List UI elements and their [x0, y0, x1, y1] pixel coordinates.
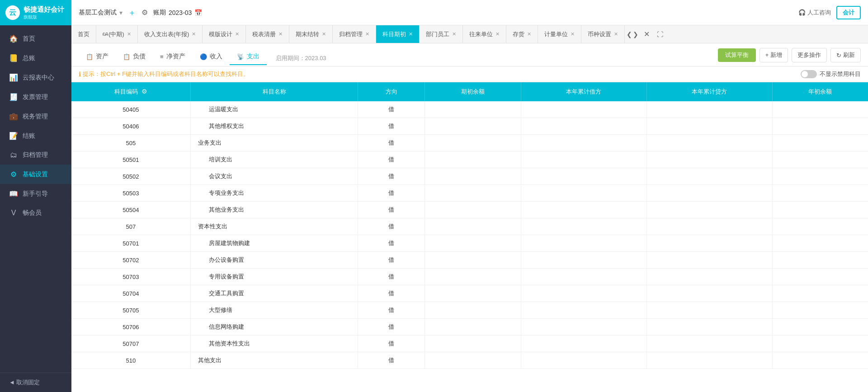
table-row[interactable]: 50406 其他维权支出 借 [71, 118, 868, 135]
cell-year-opening[interactable] [772, 335, 868, 352]
expand-tabs-icon[interactable]: ⛶ [653, 31, 667, 38]
cell-year-opening[interactable] [772, 168, 868, 185]
cell-ytd-debit[interactable] [521, 269, 646, 285]
tab-close-icon[interactable]: ✕ [409, 31, 413, 37]
tab-prev-icon[interactable]: ❮ [627, 31, 632, 38]
table-row[interactable]: 50502 会议支出 借 [71, 168, 868, 185]
table-row[interactable]: 50706 信息网络购建 借 [71, 319, 868, 335]
sidebar-item-ledger[interactable]: 📒 总账 [0, 48, 71, 68]
tab-close-icon[interactable]: ✕ [235, 31, 239, 37]
subtab-asset[interactable]: 📋 资产 [79, 49, 116, 65]
cell-ytd-credit[interactable] [646, 168, 772, 185]
sidebar-item-checkout[interactable]: 📝 结账 [0, 126, 71, 146]
sidebar-item-archive[interactable]: 🗂 归档管理 [0, 146, 71, 165]
tab-home[interactable]: 首页 [71, 25, 96, 43]
tab-close-icon[interactable]: ✕ [365, 31, 369, 37]
table-row[interactable]: 50503 专项业务支出 借 [71, 185, 868, 202]
table-row[interactable]: 507 资本性支出 借 [71, 218, 868, 235]
table-row[interactable]: 505 业务支出 借 [71, 135, 868, 151]
cell-opening[interactable] [425, 101, 521, 118]
cell-ytd-debit[interactable] [521, 352, 646, 369]
tab-archive-mgmt[interactable]: 归档管理 ✕ [333, 25, 376, 43]
company-dropdown-icon[interactable]: ▾ [119, 9, 123, 16]
service-button[interactable]: 🎧 人工咨询 [798, 9, 831, 17]
cell-ytd-debit[interactable] [521, 235, 646, 252]
cell-ytd-debit[interactable] [521, 118, 646, 135]
sidebar-item-guide[interactable]: 📖 新手引导 [0, 184, 71, 203]
tab-template[interactable]: 模版设计 ✕ [203, 25, 246, 43]
table-row[interactable]: 50405 运温暖支出 借 [71, 101, 868, 118]
balance-button[interactable]: 试算平衡 [718, 48, 756, 62]
cell-year-opening[interactable] [772, 218, 868, 235]
col-settings-icon[interactable]: ⚙ [142, 88, 147, 95]
table-row[interactable]: 50501 培训支出 借 [71, 151, 868, 168]
cell-year-opening[interactable] [772, 269, 868, 285]
cell-year-opening[interactable] [772, 202, 868, 218]
cell-opening[interactable] [425, 302, 521, 319]
sidebar-collapse-button[interactable]: ◄ 取消固定 [0, 373, 71, 392]
account-button[interactable]: 会计 [836, 6, 861, 19]
cell-ytd-credit[interactable] [646, 352, 772, 369]
add-company-button[interactable]: ＋ [128, 7, 136, 18]
cell-ytd-credit[interactable] [646, 269, 772, 285]
refresh-button[interactable]: ↻ 刷新 [830, 48, 861, 62]
subtab-income[interactable]: 🔵 收入 [193, 49, 230, 65]
cell-opening[interactable] [425, 319, 521, 335]
calendar-icon[interactable]: 📅 [194, 9, 202, 16]
table-row[interactable]: 50705 大型修缮 借 [71, 302, 868, 319]
cell-year-opening[interactable] [772, 285, 868, 302]
tab-tax-clear[interactable]: 税表清册 ✕ [246, 25, 289, 43]
table-row[interactable]: 50703 专用设备购置 借 [71, 269, 868, 285]
cell-year-opening[interactable] [772, 135, 868, 151]
cell-year-opening[interactable] [772, 352, 868, 369]
cell-opening[interactable] [425, 185, 521, 202]
cell-opening[interactable] [425, 135, 521, 151]
cell-ytd-credit[interactable] [646, 185, 772, 202]
table-row[interactable]: 50707 其他资本性支出 借 [71, 335, 868, 352]
cell-ytd-debit[interactable] [521, 218, 646, 235]
cell-opening[interactable] [425, 252, 521, 269]
tab-close-icon[interactable]: ✕ [614, 31, 618, 37]
table-row[interactable]: 50701 房屋建筑物购建 借 [71, 235, 868, 252]
cell-opening[interactable] [425, 269, 521, 285]
sidebar-item-home[interactable]: 🏠 首页 [0, 29, 71, 48]
tab-partner[interactable]: 往来单位 ✕ [463, 25, 506, 43]
cell-ytd-credit[interactable] [646, 202, 772, 218]
tab-subject-init[interactable]: 科目期初 ✕ [376, 25, 420, 43]
cell-year-opening[interactable] [772, 235, 868, 252]
cell-opening[interactable] [425, 202, 521, 218]
cell-ytd-credit[interactable] [646, 118, 772, 135]
more-button[interactable]: 更多操作 [792, 48, 827, 62]
tab-currency[interactable]: 币种设置 ✕ [581, 25, 625, 43]
tab-measure[interactable]: 计量单位 ✕ [538, 25, 581, 43]
close-all-tabs-button[interactable]: ✕ [640, 30, 653, 38]
cell-ytd-credit[interactable] [646, 151, 772, 168]
tab-balance-period[interactable]: ꦰ(中期) ✕ [96, 25, 138, 43]
cell-ytd-credit[interactable] [646, 335, 772, 352]
tab-close-icon[interactable]: ✕ [571, 31, 575, 37]
cell-ytd-debit[interactable] [521, 202, 646, 218]
sidebar-item-settings[interactable]: ⚙ 基础设置 [0, 165, 71, 184]
tab-close-icon[interactable]: ✕ [278, 31, 283, 37]
cell-opening[interactable] [425, 118, 521, 135]
tab-close-icon[interactable]: ✕ [127, 31, 131, 37]
tab-close-icon[interactable]: ✕ [495, 31, 500, 37]
tab-close-icon[interactable]: ✕ [322, 31, 326, 37]
table-row[interactable]: 50504 其他业务支出 借 [71, 202, 868, 218]
cell-opening[interactable] [425, 285, 521, 302]
cell-ytd-credit[interactable] [646, 252, 772, 269]
company-settings-icon[interactable]: ⚙ [142, 8, 148, 17]
cell-year-opening[interactable] [772, 319, 868, 335]
tab-dept-staff[interactable]: 部门员工 ✕ [420, 25, 463, 43]
add-button[interactable]: + 新增 [760, 48, 788, 62]
cell-year-opening[interactable] [772, 118, 868, 135]
cell-ytd-credit[interactable] [646, 235, 772, 252]
cell-ytd-credit[interactable] [646, 285, 772, 302]
cell-year-opening[interactable] [772, 101, 868, 118]
tab-next-icon[interactable]: ❯ [633, 31, 638, 38]
cell-opening[interactable] [425, 218, 521, 235]
cell-year-opening[interactable] [772, 252, 868, 269]
sidebar-item-member[interactable]: V 畅会员 [0, 203, 71, 222]
cell-opening[interactable] [425, 335, 521, 352]
cell-ytd-credit[interactable] [646, 218, 772, 235]
